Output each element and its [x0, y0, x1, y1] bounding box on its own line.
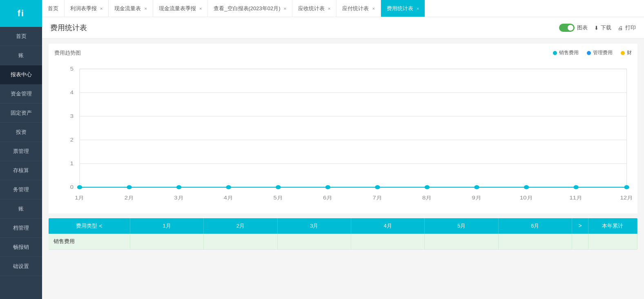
svg-text:3月: 3月: [174, 195, 184, 200]
toolbar: 图表 ⬇ 下载 🖨 打印: [559, 24, 636, 32]
svg-text:3: 3: [70, 113, 74, 119]
svg-point-31: [375, 185, 380, 189]
main-content: 首页利润表季报×现金流量表×现金流量表季报×查看_空白报表(2023年02月)×…: [42, 0, 644, 299]
td-m3: [278, 234, 351, 249]
tab-label-expense-stats: 费用统计表: [387, 0, 413, 17]
tab-cashflow[interactable]: 现金流量表×: [109, 0, 153, 17]
logo: fi: [0, 0, 42, 27]
svg-point-26: [127, 185, 131, 189]
tab-expense-stats[interactable]: 费用统计表×: [381, 0, 425, 17]
th-m3: 3月: [278, 218, 351, 234]
sidebar-item-invoice-mgmt[interactable]: 票管理: [0, 142, 42, 161]
chart-toggle-wrap[interactable]: 图表: [559, 24, 588, 32]
legend-label-mgmt: 管理费用: [593, 49, 613, 56]
svg-point-32: [425, 185, 430, 189]
th-m5: 5月: [425, 218, 498, 234]
td-m2: [204, 234, 277, 249]
tab-home[interactable]: 首页: [42, 0, 65, 17]
chart-toggle-label: 图表: [577, 24, 588, 31]
chart-title: 费用趋势图: [54, 49, 81, 57]
th-nav_arrow_right[interactable]: >: [572, 218, 588, 234]
svg-text:2月: 2月: [125, 195, 134, 200]
download-button[interactable]: ⬇ 下载: [594, 24, 611, 31]
tab-label-profit-quarterly: 利润表季报: [70, 0, 97, 17]
table-row: 销售费用: [49, 234, 637, 250]
th-type-label: 费用类型: [76, 222, 97, 230]
svg-text:1月: 1月: [75, 195, 85, 200]
tab-cashflow-quarterly[interactable]: 现金流量表季报×: [153, 0, 208, 17]
print-icon: 🖨: [618, 25, 623, 31]
th-m6: 6月: [499, 218, 572, 234]
svg-text:4月: 4月: [224, 195, 234, 200]
chart-toggle[interactable]: [559, 24, 575, 32]
sidebar-item-service-mgmt[interactable]: 务管理: [0, 180, 42, 199]
legend-dot-finance: [621, 51, 625, 55]
chart-area: 0 1 2 3 4 5 1月 2月 3月 4月 5月 6月 7月 8月 9: [54, 61, 632, 208]
svg-text:12月: 12月: [620, 195, 632, 200]
chart-section: 费用趋势图 销售费用管理费用财: [49, 44, 637, 213]
sidebar-item-home[interactable]: 首页: [0, 27, 42, 46]
legend-item-mgmt: 管理费用: [587, 49, 613, 56]
svg-point-30: [325, 185, 330, 189]
sidebar-item-fund-mgmt[interactable]: 资金管理: [0, 84, 42, 104]
tab-receivable[interactable]: 应收统计表×: [292, 0, 336, 17]
tab-close-cashflow-quarterly[interactable]: ×: [199, 0, 202, 17]
svg-text:1: 1: [70, 161, 74, 166]
tab-close-payable[interactable]: ×: [372, 0, 374, 17]
page-content: 费用统计表 图表 ⬇ 下载 🖨 打印 费用趋势图 销售费用管理: [42, 17, 644, 299]
sidebar-item-fixed-assets[interactable]: 固定资产: [0, 104, 42, 123]
td-m5: [425, 234, 498, 249]
legend-dot-mgmt: [587, 51, 591, 55]
nav-arrow-right[interactable]: >: [578, 222, 582, 229]
svg-point-35: [573, 185, 578, 189]
svg-point-27: [176, 185, 181, 189]
nav-arrow-left[interactable]: <: [99, 223, 102, 229]
sidebar-item-investment[interactable]: 投资: [0, 123, 42, 142]
svg-text:2: 2: [70, 137, 74, 142]
tab-close-profit-quarterly[interactable]: ×: [100, 0, 103, 17]
tab-label-payable: 应付统计表: [342, 0, 369, 17]
td-type: 销售费用: [49, 234, 130, 249]
tab-label-cashflow-quarterly: 现金流量表季报: [159, 0, 196, 17]
sidebar-item-archive-mgmt[interactable]: 档管理: [0, 219, 42, 238]
svg-text:5: 5: [70, 66, 74, 71]
svg-point-28: [226, 185, 231, 189]
sidebar-item-account[interactable]: 账: [0, 46, 42, 65]
tab-blank-report[interactable]: 查看_空白报表(2023年02月)×: [208, 0, 292, 17]
tab-label-receivable: 应收统计表: [298, 0, 325, 17]
td-m1: [130, 234, 204, 249]
table-header: 费用类型<1月2月3月4月5月6月>本年累计: [49, 218, 637, 234]
table-body: 销售费用: [49, 234, 637, 250]
svg-point-34: [524, 185, 529, 189]
tab-close-receivable[interactable]: ×: [328, 0, 330, 17]
tab-profit-quarterly[interactable]: 利润表季报×: [65, 0, 109, 17]
legend-label-sales: 销售费用: [559, 49, 579, 56]
sidebar-item-expenses[interactable]: 畅报销: [0, 238, 42, 257]
tab-close-expense-stats[interactable]: ×: [417, 0, 419, 17]
sidebar-item-settings[interactable]: 础设置: [0, 257, 42, 276]
chart-legend: 销售费用管理费用财: [553, 49, 632, 56]
tab-close-cashflow[interactable]: ×: [144, 0, 147, 17]
tab-label-blank-report: 查看_空白报表(2023年02月): [214, 0, 280, 17]
svg-text:4: 4: [70, 90, 74, 95]
tab-payable[interactable]: 应付统计表×: [336, 0, 381, 17]
svg-text:7月: 7月: [372, 195, 382, 200]
svg-point-25: [77, 185, 82, 189]
sidebar-item-inventory[interactable]: 存核算: [0, 161, 42, 180]
sidebar-item-report-center[interactable]: 报表中心: [0, 65, 42, 84]
td-m4: [351, 234, 425, 249]
legend-label-finance: 财: [627, 49, 632, 56]
svg-text:8月: 8月: [422, 195, 432, 200]
tab-label-home: 首页: [48, 0, 58, 17]
svg-text:5月: 5月: [273, 195, 283, 200]
td-ytd: [588, 234, 637, 249]
th-m4: 4月: [351, 218, 425, 234]
svg-point-33: [474, 185, 479, 189]
sidebar-item-ledger[interactable]: 账: [0, 199, 42, 219]
print-button[interactable]: 🖨 打印: [618, 24, 636, 31]
svg-text:11月: 11月: [570, 195, 583, 200]
tab-close-blank-report[interactable]: ×: [284, 0, 286, 17]
svg-point-36: [624, 185, 629, 189]
td-empty-7: [572, 234, 588, 249]
th-type: 费用类型<: [49, 218, 130, 234]
